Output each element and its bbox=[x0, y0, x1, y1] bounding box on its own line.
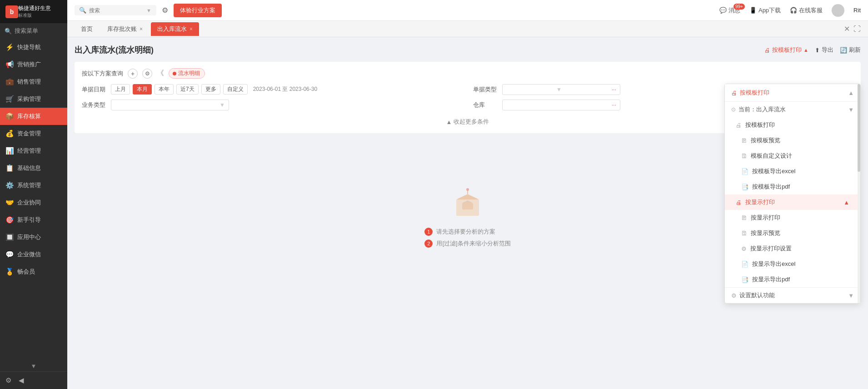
sidebar-item-inventory[interactable]: 📦库存核算 bbox=[0, 108, 67, 125]
sidebar-item-wechat[interactable]: 💬企业微信 bbox=[0, 246, 67, 263]
nav-label-system: 系统管理 bbox=[17, 181, 41, 190]
template-print-section-header[interactable]: 🖨 按模板打印 bbox=[725, 117, 860, 133]
app-logo-icon: b bbox=[5, 5, 18, 18]
nav-label-finance: 资金管理 bbox=[17, 130, 41, 138]
nav-icon-inventory: 📦 bbox=[5, 112, 14, 120]
filter-collapse-btn[interactable]: 《 bbox=[157, 69, 164, 78]
topbar-search-box[interactable]: 🔍 ▼ bbox=[75, 5, 156, 15]
dropdown-item-template-pdf[interactable]: 📑 按模板导出pdf bbox=[725, 179, 860, 194]
display-pdf-icon: 📑 bbox=[741, 276, 748, 283]
nav-label-sales: 销售管理 bbox=[17, 78, 41, 86]
dropdown-footer[interactable]: ⚙ 设置默认功能 ▼ bbox=[725, 287, 860, 303]
sidebar-settings-icon[interactable]: ⚙ bbox=[5, 376, 11, 384]
sidebar-item-operation[interactable]: 📊经营管理 bbox=[0, 142, 67, 160]
sidebar-item-basic[interactable]: 📋基础信息 bbox=[0, 160, 67, 177]
sidebar-search[interactable]: 🔍 搜索菜单 bbox=[0, 23, 67, 39]
dropdown-item-template-excel[interactable]: 📄 按模板导出excel bbox=[725, 164, 860, 179]
template-preview-icon: 🖹 bbox=[741, 137, 747, 144]
nav-label-purchase: 采购管理 bbox=[17, 95, 41, 103]
online-service-btn[interactable]: 🎧 在线客服 bbox=[790, 6, 823, 15]
nav-label-basic: 基础信息 bbox=[17, 164, 41, 172]
date-quick-btn-5[interactable]: 自定义 bbox=[223, 84, 248, 95]
sidebar-item-collab[interactable]: 🤝企业协同 bbox=[0, 194, 67, 211]
content-area: 出入库流水(流水明细) 🖨 按模板打印 ▲ ⬆ 导出 🔄 刷新 bbox=[67, 37, 868, 389]
svg-point-5 bbox=[466, 188, 469, 191]
nav-icon-member: 🏅 bbox=[5, 268, 14, 276]
display-print-icon: 🖹 bbox=[741, 214, 747, 221]
tab-close-batch-account[interactable]: × bbox=[140, 26, 143, 32]
dropdown-item-display-print[interactable]: 🖹 按显示打印 bbox=[725, 210, 860, 225]
filter-date-field: 单据日期 上月本月本年近7天更多自定义 2023-06-01 至 2023-06… bbox=[82, 84, 462, 95]
dropdown-current-item[interactable]: ⊙ 当前：出入库流水 ▼ bbox=[725, 102, 860, 117]
scrollbar-track[interactable] bbox=[858, 84, 860, 303]
main-area: 🔍 ▼ ⚙ 体验行业方案 💬 消息 99+ 📱 App下载 🎧 在线客服 Rit bbox=[67, 0, 868, 389]
dropdown-item-display-pdf[interactable]: 📑 按显示导出pdf bbox=[725, 272, 860, 287]
tab-batch-account[interactable]: 库存批次账 × bbox=[101, 22, 149, 36]
date-quick-btn-0[interactable]: 上月 bbox=[111, 84, 130, 95]
dropdown-item-template-custom[interactable]: 🖺 模板自定义设计 bbox=[725, 148, 860, 164]
export-btn[interactable]: ⬆ 导出 bbox=[815, 46, 833, 54]
sidebar-item-app-center[interactable]: 🔲应用中心 bbox=[0, 229, 67, 246]
sidebar-item-purchase[interactable]: 🛒采购管理 bbox=[0, 90, 67, 108]
filter-add-btn[interactable]: + bbox=[128, 69, 138, 79]
dropdown-close-arrow[interactable]: ▲ bbox=[848, 90, 854, 96]
tab-home[interactable]: 首页 bbox=[75, 22, 99, 36]
tab-label-home: 首页 bbox=[81, 25, 93, 33]
dropdown-item-display-preview[interactable]: 🖺 按显示预览 bbox=[725, 225, 860, 241]
voucher-type-select[interactable]: ▼ ··· bbox=[502, 84, 620, 95]
sidebar-nav: ⚡快捷导航📢营销推广💼销售管理🛒采购管理📦库存核算💰资金管理📊经营管理📋基础信息… bbox=[0, 39, 67, 361]
refresh-icon: 🔄 bbox=[840, 47, 847, 54]
svg-marker-1 bbox=[456, 194, 479, 199]
tab-flow[interactable]: 出入库流水 × bbox=[151, 22, 199, 36]
nav-label-inventory: 库存核算 bbox=[17, 112, 41, 120]
display-preview-icon: 🖺 bbox=[741, 230, 747, 237]
sidebar-logo-text: 畅捷通好生意 标准版 bbox=[18, 5, 51, 19]
filter-tag: 流水明细 bbox=[169, 68, 205, 79]
display-print-header-icon: 🖨 bbox=[736, 199, 742, 206]
empty-step-1: 1 请先选择要分析的方案 bbox=[424, 228, 510, 236]
trial-btn[interactable]: 体验行业方案 bbox=[174, 4, 222, 17]
sidebar-item-member[interactable]: 🏅畅会员 bbox=[0, 263, 67, 280]
topbar-gear-icon[interactable]: ⚙ bbox=[162, 6, 168, 15]
tab-close-flow[interactable]: × bbox=[190, 26, 193, 32]
close-all-tabs-btn[interactable]: ✕ bbox=[844, 25, 850, 33]
sidebar-item-finance[interactable]: 💰资金管理 bbox=[0, 125, 67, 142]
refresh-btn[interactable]: 🔄 刷新 bbox=[840, 46, 861, 54]
business-type-select[interactable]: ▼ bbox=[111, 100, 229, 110]
display-print-section-header[interactable]: 🖨 按显示打印 ▲ bbox=[725, 194, 860, 210]
date-quick-btn-3[interactable]: 近7天 bbox=[176, 84, 199, 95]
date-quick-btn-2[interactable]: 本年 bbox=[155, 84, 174, 95]
display-settings-icon: ⚙ bbox=[741, 245, 747, 252]
template-pdf-icon: 📑 bbox=[741, 184, 748, 190]
nav-icon-guide: 🎯 bbox=[5, 216, 14, 224]
user-avatar[interactable] bbox=[832, 4, 844, 17]
print-template-btn[interactable]: 🖨 按模板打印 ▲ bbox=[764, 46, 808, 54]
filter-setting-btn[interactable]: ⚙ bbox=[142, 69, 152, 79]
footer-arrow: ▼ bbox=[848, 292, 854, 299]
expand-tabs-btn[interactable]: ⛶ bbox=[853, 25, 861, 33]
warehouse-select[interactable]: ··· bbox=[502, 100, 620, 110]
dropdown-item-display-settings[interactable]: ⚙ 按显示打印设置 bbox=[725, 241, 860, 256]
sidebar-scroll-down[interactable]: ▼ bbox=[0, 361, 67, 371]
sidebar-item-marketing[interactable]: 📢营销推广 bbox=[0, 56, 67, 73]
topbar-search-input[interactable] bbox=[89, 7, 144, 14]
dropdown-item-template-preview[interactable]: 🖹 按模板预览 bbox=[725, 133, 860, 148]
page-actions: 🖨 按模板打印 ▲ ⬆ 导出 🔄 刷新 bbox=[764, 46, 861, 54]
date-quick-btn-4[interactable]: 更多 bbox=[201, 84, 220, 95]
nav-label-member: 畅会员 bbox=[17, 268, 35, 276]
nav-icon-finance: 💰 bbox=[5, 130, 14, 138]
date-quick-btn-1[interactable]: 本月 bbox=[133, 84, 152, 95]
topbar-search-dropdown[interactable]: ▼ bbox=[146, 8, 151, 13]
app-download-btn[interactable]: 📱 App下载 bbox=[749, 6, 781, 15]
sidebar-item-quick-nav[interactable]: ⚡快捷导航 bbox=[0, 39, 67, 56]
sidebar-item-sales[interactable]: 💼销售管理 bbox=[0, 73, 67, 90]
nav-icon-operation: 📊 bbox=[5, 147, 14, 155]
dropdown-item-display-excel[interactable]: 📄 按显示导出excel bbox=[725, 256, 860, 272]
sidebar-item-system[interactable]: ⚙️系统管理 bbox=[0, 177, 67, 194]
message-btn[interactable]: 💬 消息 99+ bbox=[719, 6, 740, 15]
sidebar-collapse-icon[interactable]: ◀ bbox=[19, 376, 24, 384]
sidebar-item-guide[interactable]: 🎯新手引导 bbox=[0, 211, 67, 229]
scrollbar-thumb bbox=[858, 84, 860, 172]
dropdown-panel: 🖨 按模板打印 ▲ ⊙ 当前：出入库流水 ▼ 🖨 按模板打印 🖹 bbox=[724, 84, 861, 304]
nav-icon-quick-nav: ⚡ bbox=[5, 43, 14, 51]
